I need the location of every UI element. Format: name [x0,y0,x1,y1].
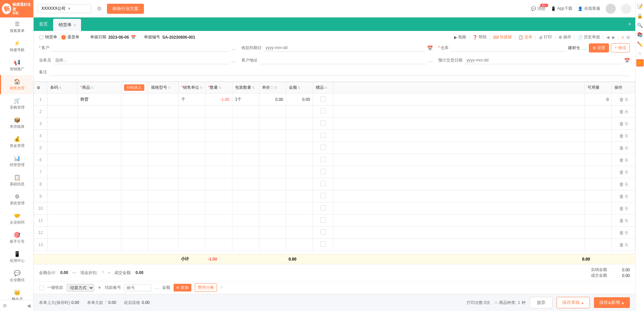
td-qty[interactable] [205,227,232,239]
td-product[interactable] [78,215,121,227]
nav-prev-btn[interactable]: ◀ [606,35,609,40]
copy-row-btn[interactable]: ⎘ [625,157,628,163]
video-btn[interactable]: ▶ 视频 [454,34,466,40]
td-price[interactable] [259,130,286,142]
td-price[interactable] [259,202,286,215]
td-product[interactable] [78,154,121,166]
delete-row-btn[interactable]: 🗑 [619,109,624,114]
expense-split-btn[interactable]: 费用分摊 [195,283,217,292]
user-avatar2[interactable] [621,4,631,14]
td-pkg-qty[interactable] [232,130,259,142]
save-new-btn[interactable]: 保存&新增 ▲ [594,297,630,308]
tab-sales-order[interactable]: 销货单 × [53,19,81,31]
abandon-btn[interactable]: 放弃 [530,297,553,308]
td-pkg-qty[interactable] [232,142,259,154]
gift-checkbox[interactable] [320,181,326,186]
radio-sale[interactable]: 销货单 [39,34,57,40]
td-qty[interactable] [205,178,232,190]
td-price[interactable] [259,227,286,239]
barcode-input[interactable] [50,206,75,211]
spec-input[interactable] [151,133,176,138]
td-unit[interactable] [179,239,205,251]
barcode-input[interactable] [50,133,75,138]
td-qty[interactable] [205,130,232,142]
discount-question-icon[interactable]: ? [102,270,104,275]
gift-checkbox[interactable] [320,157,326,162]
gift-checkbox[interactable] [320,205,326,210]
td-barcode[interactable] [47,227,78,239]
history-btn[interactable]: 📄 历史单据 [578,34,600,40]
td-product[interactable] [78,239,121,251]
spec-input[interactable] [151,182,176,187]
spec-input[interactable] [151,230,176,235]
copy-row-btn[interactable]: ⎘ [625,242,628,247]
grid-view-btn[interactable]: ⊞ [627,35,630,40]
td-price[interactable]: 0.00 [259,93,286,106]
shortcut-btn[interactable]: ⌨ 快捷键 [493,34,512,40]
delivery-date-calendar-icon[interactable]: 📅 [624,58,630,63]
td-pkg-qty[interactable] [232,118,259,130]
account-input[interactable] [124,284,151,291]
td-spec[interactable] [148,142,179,154]
user-avatar[interactable] [606,4,616,14]
barcode-input[interactable] [50,109,75,114]
product-input[interactable] [80,194,118,199]
td-product[interactable] [78,142,121,154]
td-amount[interactable]: 0.00 [286,93,313,106]
delete-row-btn[interactable]: 🗑 [619,97,624,102]
copy-row-btn[interactable]: ⎘ [625,230,628,235]
td-qty[interactable] [205,190,232,202]
sidebar-item-sales[interactable]: 🏠销售管理 [0,75,33,94]
td-price[interactable] [259,154,286,166]
ops-btn[interactable]: ⚙ 操作 [559,34,571,40]
payment-date-calendar-icon[interactable]: 📅 [427,45,433,51]
td-pkg-qty[interactable] [232,215,259,227]
td-spec[interactable] [148,215,179,227]
td-unit[interactable]: 个 [179,93,205,106]
sidebar-item-weixin[interactable]: 💬企业微信 [0,267,33,286]
td-barcode[interactable] [47,93,78,106]
customer-addr-input[interactable] [260,56,426,64]
payment-date-input[interactable] [264,44,425,52]
spec-input[interactable] [151,97,176,102]
expense-question-icon[interactable]: ? [220,285,223,290]
td-unit[interactable] [179,106,205,118]
add-payment-btn[interactable]: ⊕ 添加 [174,284,191,291]
td-unit[interactable] [179,154,205,166]
delete-row-btn[interactable]: 🗑 [619,145,624,151]
td-gift[interactable] [313,227,333,239]
copy-row-btn[interactable]: ⎘ [625,182,628,187]
delete-row-btn[interactable]: 🗑 [619,157,624,163]
sidebar-item-basic-info[interactable]: 📋基础信息 [0,171,33,190]
product-input[interactable] [80,97,118,102]
td-price[interactable] [259,239,286,251]
gift-checkbox[interactable] [320,229,326,235]
rp-book-btn[interactable]: 📚 [636,31,644,38]
rp-lock-btn[interactable]: 🔒 [636,12,644,20]
delete-row-btn[interactable]: 🗑 [619,121,624,126]
td-amount[interactable] [286,166,313,178]
td-qty[interactable] [205,215,232,227]
td-price[interactable] [259,215,286,227]
barcode-input[interactable] [50,182,75,187]
help-btn[interactable]: ❓ 帮助 [472,34,487,40]
product-input[interactable] [80,133,118,138]
td-spec[interactable] [148,239,179,251]
gift-checkbox[interactable] [320,217,326,223]
sidebar-item-finance[interactable]: 💰资金管理 [0,132,33,152]
td-spec[interactable] [148,93,179,106]
td-amount[interactable] [286,154,313,166]
delete-row-btn[interactable]: 🗑 [619,182,624,187]
gift-checkbox[interactable] [320,145,326,150]
td-product[interactable] [78,178,121,190]
td-gift[interactable] [313,106,333,118]
spec-input[interactable] [151,146,176,150]
td-barcode[interactable] [47,202,78,215]
td-gift[interactable] [313,215,333,227]
sidebar-item-member[interactable]: 👑畅会员 [0,286,33,300]
spec-input[interactable] [151,194,176,199]
barcode-input[interactable] [50,242,75,247]
product-input[interactable] [80,230,118,235]
td-unit[interactable] [179,130,205,142]
delete-row-btn[interactable]: 🗑 [619,133,624,139]
